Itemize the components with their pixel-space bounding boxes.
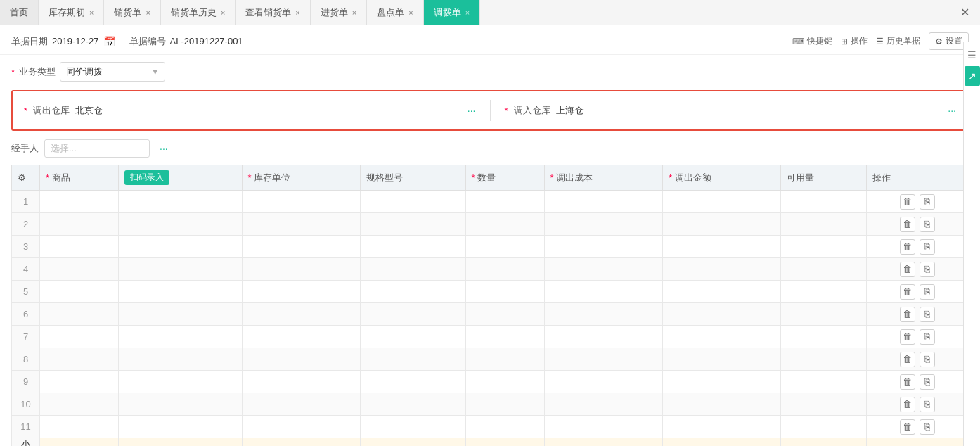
cost-cell[interactable] [544, 303, 662, 326]
qty-cell[interactable] [465, 281, 544, 303]
cost-cell[interactable] [544, 348, 662, 371]
tab-transfer[interactable]: 调拨单 × [424, 0, 480, 25]
delete-row-button[interactable]: 🗑 [900, 284, 915, 300]
cost-cell[interactable] [544, 258, 662, 281]
copy-row-button[interactable]: ⎘ [920, 284, 935, 300]
delete-row-button[interactable]: 🗑 [900, 419, 915, 435]
copy-row-button[interactable]: ⎘ [920, 419, 935, 435]
in-warehouse-more[interactable]: ··· [948, 105, 956, 116]
product-cell[interactable] [40, 371, 119, 393]
handler-select[interactable]: 选择... [44, 139, 150, 158]
operations-action[interactable]: ⊞ 操作 [841, 35, 868, 47]
copy-row-button[interactable]: ⎘ [920, 329, 935, 345]
sidebar-expand-icon[interactable]: ↗ [965, 66, 980, 86]
qty-cell[interactable] [465, 393, 544, 416]
doc-number-label: 单据编号 [129, 35, 166, 48]
tab-view-sales[interactable]: 查看销货单 × [236, 0, 310, 25]
amount-cell[interactable] [662, 281, 780, 303]
tab-home[interactable]: 首页 [0, 0, 39, 25]
close-tab-transfer[interactable]: × [465, 8, 470, 17]
copy-row-button[interactable]: ⎘ [920, 194, 935, 210]
amount-cell[interactable] [662, 371, 780, 393]
product-cell[interactable] [40, 348, 119, 371]
copy-row-button[interactable]: ⎘ [920, 307, 935, 322]
cost-cell[interactable] [544, 191, 662, 213]
delete-row-button[interactable]: 🗑 [900, 239, 915, 255]
cost-cell[interactable] [544, 326, 662, 348]
cost-cell[interactable] [544, 236, 662, 258]
scan-button[interactable]: 扫码录入 [124, 170, 169, 185]
product-cell[interactable] [40, 236, 119, 258]
tab-purchase[interactable]: 进货单 × [311, 0, 367, 25]
delete-row-button[interactable]: 🗑 [900, 307, 915, 322]
tab-sales[interactable]: 销货单 × [104, 0, 160, 25]
amount-cell[interactable] [662, 393, 780, 416]
copy-row-button[interactable]: ⎘ [920, 352, 935, 367]
amount-cell[interactable] [662, 258, 780, 281]
delete-row-button[interactable]: 🗑 [900, 194, 915, 210]
copy-row-button[interactable]: ⎘ [920, 397, 935, 412]
subtotal-cell-7: 0.00 [662, 438, 780, 447]
cost-cell[interactable] [544, 281, 662, 303]
amount-cell[interactable] [662, 348, 780, 371]
product-cell[interactable] [40, 393, 119, 416]
copy-row-button[interactable]: ⎘ [920, 217, 935, 232]
tab-stocktake[interactable]: 盘点单 × [367, 0, 423, 25]
handler-more[interactable]: ··· [160, 143, 168, 154]
delete-row-button[interactable]: 🗑 [900, 262, 915, 277]
cost-cell[interactable] [544, 393, 662, 416]
amount-cell[interactable] [662, 191, 780, 213]
header-actions: ⌨ 快捷键 ⊞ 操作 ☰ 历史单据 ⚙ 设置 [792, 32, 969, 50]
history-action[interactable]: ☰ 历史单据 [876, 35, 920, 47]
business-type-select[interactable]: 同价调拨 ▼ [60, 62, 165, 82]
amount-cell[interactable] [662, 213, 780, 236]
handler-row: 经手人 选择... ··· [11, 136, 969, 165]
amount-cell[interactable] [662, 326, 780, 348]
close-tab-view-sales[interactable]: × [295, 8, 299, 17]
close-tab-stocktake[interactable]: × [408, 8, 413, 17]
cost-cell[interactable] [544, 371, 662, 393]
close-tab-inventory-init[interactable]: × [89, 8, 94, 17]
calendar-icon[interactable]: 📅 [103, 36, 115, 47]
shortcut-action[interactable]: ⌨ 快捷键 [792, 35, 832, 47]
qty-cell[interactable] [465, 416, 544, 438]
delete-row-button[interactable]: 🗑 [900, 374, 915, 390]
product-cell[interactable] [40, 416, 119, 438]
qty-cell[interactable] [465, 371, 544, 393]
product-cell[interactable] [40, 258, 119, 281]
product-cell[interactable] [40, 213, 119, 236]
qty-cell[interactable] [465, 213, 544, 236]
qty-cell[interactable] [465, 236, 544, 258]
sidebar-doc-icon[interactable]: ☰ [965, 45, 980, 65]
qty-cell[interactable] [465, 348, 544, 371]
delete-row-button[interactable]: 🗑 [900, 217, 915, 232]
op-cell: 🗑⎘ [866, 191, 968, 213]
amount-cell[interactable] [662, 303, 780, 326]
amount-cell[interactable] [662, 416, 780, 438]
delete-row-button[interactable]: 🗑 [900, 397, 915, 412]
window-close-button[interactable]: ✕ [955, 3, 974, 23]
copy-row-button[interactable]: ⎘ [920, 262, 935, 277]
copy-row-button[interactable]: ⎘ [920, 374, 935, 390]
amount-cell[interactable] [662, 236, 780, 258]
close-tab-purchase[interactable]: × [352, 8, 356, 17]
copy-row-button[interactable]: ⎘ [920, 239, 935, 255]
tab-inventory-init[interactable]: 库存期初 × [39, 0, 104, 25]
close-tab-sales-history[interactable]: × [221, 8, 225, 17]
delete-row-button[interactable]: 🗑 [900, 329, 915, 345]
qty-cell[interactable] [465, 326, 544, 348]
product-cell[interactable] [40, 281, 119, 303]
product-cell[interactable] [40, 303, 119, 326]
qty-cell[interactable] [465, 303, 544, 326]
close-tab-sales[interactable]: × [146, 8, 150, 17]
product-cell[interactable] [40, 191, 119, 213]
cost-cell[interactable] [544, 416, 662, 438]
cost-cell[interactable] [544, 213, 662, 236]
tab-sales-history[interactable]: 销货单历史 × [161, 0, 236, 25]
qty-cell[interactable] [465, 191, 544, 213]
product-cell[interactable] [40, 326, 119, 348]
qty-cell[interactable] [465, 258, 544, 281]
out-warehouse-more[interactable]: ··· [468, 105, 476, 116]
gear-header[interactable]: ⚙ [12, 165, 40, 191]
delete-row-button[interactable]: 🗑 [900, 352, 915, 367]
